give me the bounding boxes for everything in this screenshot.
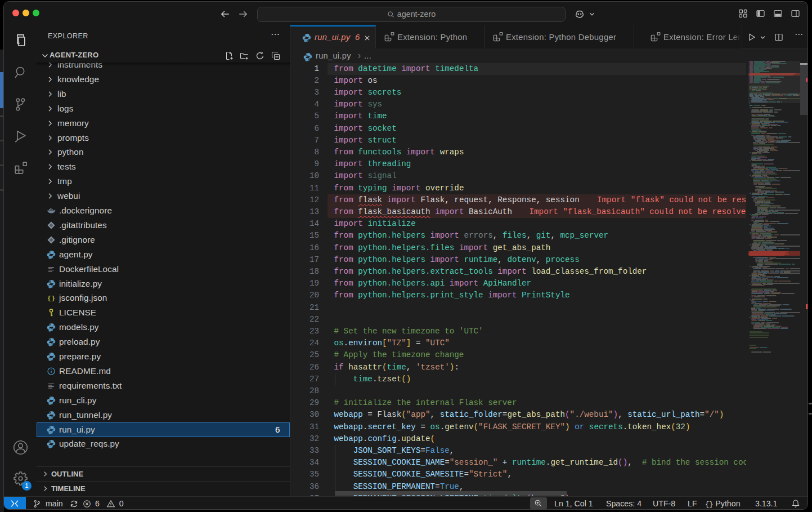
svg-text:{}: {} (47, 295, 55, 302)
